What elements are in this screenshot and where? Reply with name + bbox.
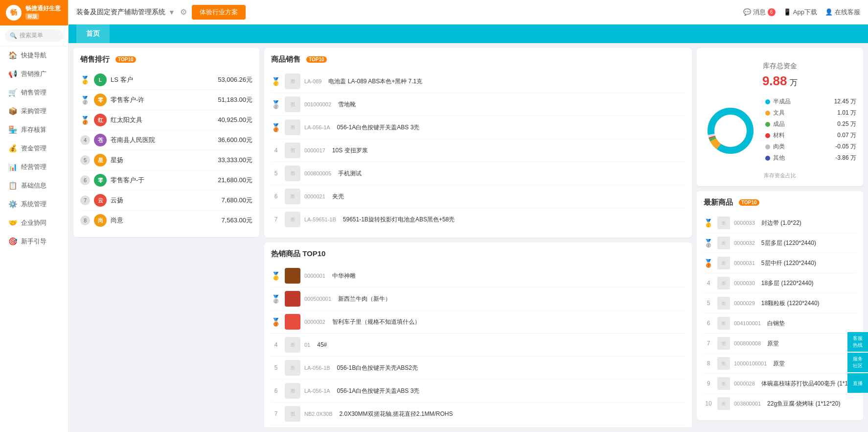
rank-number-icon: 6 [80, 175, 90, 185]
rank-num: 6 [271, 193, 281, 200]
sidebar-item-inventory[interactable]: 🏪 库存核算 [0, 120, 68, 139]
sales-product-row: 🥉 图 LA-056-1A 056-1A白色按键开关盖ABS 3壳 [271, 116, 685, 139]
new-product-row: 🥉 图 0000031 5层中纤 (1220*2440) [704, 253, 856, 273]
new-product-code: 0000028 [734, 381, 755, 386]
dropdown-arrow-icon[interactable]: ▼ [168, 8, 175, 16]
settings-icon[interactable]: ⚙ [180, 7, 187, 17]
inventory-legend: 半成品 12.45 万 文具 1.01 万 成品 0.25 万 材料 0.07 … [765, 97, 856, 165]
new-product-name: 白钢垫 [767, 319, 856, 328]
product-name: 智利车子里（规格不知道填什么） [332, 318, 685, 326]
new-product-row: 8 图 10000100001 原堂 [704, 354, 856, 374]
rank-num: 5 [271, 170, 281, 177]
new-product-name: 18颗粒板 (1220*2440) [761, 299, 856, 308]
legend-label: 文具 [773, 109, 834, 117]
bronze-medal-icon: 🥉 [271, 123, 281, 132]
rank-value: 51,183.00元 [218, 96, 252, 104]
hot-products-title: 热销商品 TOP10 [271, 249, 685, 259]
hot-products-card: 热销商品 TOP10 🥇 0000001 中华神雕 🥈 000500001 新西… [264, 242, 692, 427]
product-name: 2.0X30MM双搓花轴,搓花直径2.1MM/ROHS [339, 410, 685, 418]
sidebar-item-sales[interactable]: 🛒 销售管理 [0, 83, 68, 102]
float-service-btn[interactable]: 客服热线 [847, 332, 868, 352]
legend-label: 材料 [773, 131, 834, 140]
sales-rank-row: 4 苍 苍南县人民医院 36,600.00元 [80, 130, 252, 150]
product-code: 0000002 [304, 319, 325, 325]
new-product-thumbnail: 图 [717, 257, 730, 269]
sales-products-card: 商品销售 TOP10 🥇 图 LA-089 电池盖 LA-089 ABS本色+黑… [264, 48, 692, 238]
product-thumbnail: 图 [285, 212, 300, 227]
inventory-unit: 万 [790, 78, 798, 87]
legend-item: 肉类 -0.05 万 [765, 143, 856, 151]
sidebar-item-system[interactable]: ⚙️ 系统管理 [0, 195, 68, 214]
sidebar-item-nav[interactable]: 🏠 快捷导航 [0, 46, 68, 65]
float-community-btn[interactable]: 服务社区 [847, 353, 868, 372]
product-name: 中华神雕 [332, 272, 685, 280]
new-product-row: 🥈 图 0000032 5层多层 (1220*2440) [704, 233, 856, 253]
sales-product-row: 🥇 图 LA-089 电池盖 LA-089 ABS本色+黑种 7.1克 [271, 70, 685, 93]
rank-value: 36,600.00元 [218, 136, 252, 144]
message-icon: 💬 [743, 8, 751, 16]
app-logo: 畅 畅捷通好生意 标版 [0, 0, 68, 25]
product-thumbnail: 图 [285, 166, 300, 181]
product-code: LA-056-1B [304, 365, 330, 371]
sidebar-item-basic[interactable]: 📋 基础信息 [0, 176, 68, 195]
product-thumbnail-colored [285, 314, 300, 330]
rank-value: 53,006.26元 [218, 75, 252, 84]
new-product-thumbnail: 图 [717, 377, 730, 390]
sidebar-item-marketing[interactable]: 📢 营销推广 [0, 65, 68, 83]
rank-avatar: 尚 [94, 214, 107, 227]
float-live-btn[interactable]: 直播 [847, 373, 868, 393]
sales-product-row: 5 图 000800005 手机测试 [271, 162, 685, 185]
product-name: 056-1A白色按键开关盖ABS 3壳 [337, 387, 685, 395]
legend-item: 文具 1.01 万 [765, 109, 856, 117]
rank-name: 红太阳文具 [111, 116, 214, 124]
new-product-row: 9 图 0000028 体碗嘉枝味苏打饮品400毫升 (1*15) [704, 374, 856, 394]
trial-button[interactable]: 体验行业方案 [192, 5, 246, 20]
sidebar: 畅 畅捷通好生意 标版 🔍 搜索菜单 🏠 快捷导航 📢 营销推广 🛒 销售管理 … [0, 0, 69, 432]
sidebar-item-enterprise[interactable]: 🤝 企业协同 [0, 214, 68, 232]
tab-home[interactable]: 首页 [76, 24, 110, 43]
legend-dot [765, 133, 770, 138]
sidebar-item-operations[interactable]: 📊 经营管理 [0, 158, 68, 176]
message-button[interactable]: 💬 消息 6 [743, 8, 776, 17]
hot-product-row: 6 图 LA-056-1A 056-1A白色按键开关盖ABS 3壳 [271, 380, 685, 403]
rank-name: LS 客户 [111, 75, 214, 84]
sidebar-item-purchase[interactable]: 📦 采购管理 [0, 102, 68, 120]
product-name: 45# [317, 341, 685, 348]
product-code: 0000021 [304, 193, 325, 199]
product-thumbnail: 图 [285, 120, 300, 135]
new-product-row: 6 图 004100001 白钢垫 [704, 313, 856, 334]
rank-name: 尚意 [111, 216, 217, 225]
product-thumbnail-colored [285, 291, 300, 307]
system-title: 装备及固定资产辅助管理系统 ▼ [76, 8, 175, 17]
search-menu-button[interactable]: 🔍 搜索菜单 [5, 29, 63, 42]
rank-avatar: L [94, 73, 107, 86]
new-product-name: 体碗嘉枝味苏打饮品400毫升 (1*15) [761, 380, 856, 388]
legend-value: 0.07 万 [837, 131, 856, 140]
new-product-name: 5层中纤 (1220*2440) [761, 259, 856, 267]
rank-avatar: 星 [94, 154, 107, 167]
product-code: LA-056-1A [304, 124, 330, 130]
new-product-code: 000800008 [734, 340, 761, 346]
guide-icon: 🎯 [8, 237, 17, 246]
product-thumbnail: 图 [285, 360, 300, 376]
home-icon: 🏠 [8, 51, 17, 60]
new-products-title: 最新商品 TOP10 [704, 198, 856, 207]
inventory-label: 库存资金占比 [704, 172, 856, 179]
sidebar-item-finance[interactable]: 💰 资金管理 [0, 139, 68, 158]
gold-medal-icon: 🥇 [704, 218, 713, 228]
rank-avatar: 红 [94, 114, 107, 126]
new-product-code: 10000100001 [734, 360, 767, 366]
rank-num: 4 [704, 280, 713, 287]
new-product-code: 004100001 [734, 320, 761, 326]
sidebar-item-guide[interactable]: 🎯 新手引导 [0, 232, 68, 251]
sales-rank-row: 7 云 云扬 7,680.00元 [80, 191, 252, 211]
inventory-card: 库存总资金 9.88 万 [697, 48, 863, 186]
silver-medal-icon: 🥈 [271, 100, 281, 109]
hot-product-row: 7 图 NB2.0X30B 2.0X30MM双搓花轴,搓花直径2.1MM/ROH… [271, 403, 685, 426]
rank-num: 5 [271, 364, 281, 371]
service-button[interactable]: 👤 在线客服 [825, 8, 860, 17]
product-thumbnail: 图 [285, 73, 300, 89]
new-product-row: 5 图 0000029 18颗粒板 (1220*2440) [704, 293, 856, 313]
gold-medal-icon: 🥇 [271, 271, 281, 281]
app-download-button[interactable]: 📱 App下载 [783, 8, 817, 17]
